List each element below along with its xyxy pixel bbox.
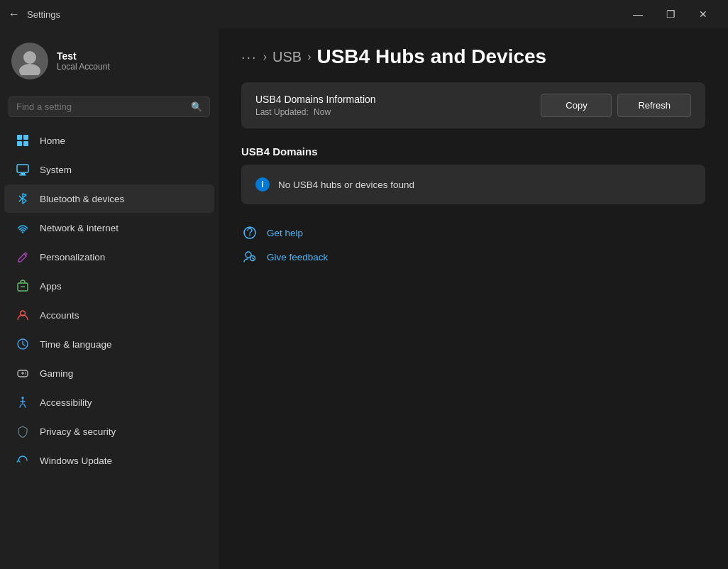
window-controls: — ❐ ✕ <box>622 3 719 26</box>
sidebar-item-accounts[interactable]: Accounts <box>4 301 214 329</box>
titlebar: ← Settings — ❐ ✕ <box>0 0 728 28</box>
user-info: Test Local Account <box>57 50 110 72</box>
copy-button[interactable]: Copy <box>541 94 612 117</box>
sidebar-item-windows-update-label: Windows Update <box>40 455 112 466</box>
sidebar-item-network[interactable]: Network & internet <box>4 214 214 242</box>
help-links: Get help Give feedback <box>241 224 705 265</box>
svg-rect-3 <box>23 135 28 140</box>
avatar <box>11 43 48 79</box>
close-button[interactable]: ✕ <box>687 3 719 26</box>
last-updated-value: Now <box>314 107 331 117</box>
usb-domains-title: USB4 Domains <box>241 145 705 158</box>
get-help-icon <box>241 224 258 241</box>
svg-rect-5 <box>23 141 28 146</box>
accounts-icon <box>16 308 30 322</box>
search-input[interactable] <box>16 101 185 112</box>
svg-point-9 <box>22 231 23 233</box>
get-help-link[interactable]: Get help <box>241 224 705 241</box>
sidebar-item-home-label: Home <box>40 136 65 146</box>
sidebar: Test Local Account 🔍 <box>0 28 219 569</box>
sidebar-item-privacy[interactable]: Privacy & security <box>4 417 214 446</box>
privacy-icon <box>16 424 30 438</box>
sidebar-item-time-label: Time & language <box>40 339 112 350</box>
sidebar-item-apps[interactable]: Apps <box>4 272 214 300</box>
sidebar-item-apps-label: Apps <box>40 281 62 292</box>
gaming-icon <box>16 366 30 380</box>
apps-icon <box>16 279 30 293</box>
usb-empty-message: No USB4 hubs or devices found <box>278 179 414 190</box>
sidebar-item-gaming-label: Gaming <box>40 368 73 379</box>
network-icon <box>16 221 30 235</box>
search-box[interactable]: 🔍 <box>9 96 210 117</box>
get-help-label: Get help <box>267 228 303 238</box>
svg-point-19 <box>21 397 24 399</box>
home-icon <box>16 133 30 148</box>
user-name: Test <box>57 50 110 62</box>
breadcrumb-sep-2: › <box>307 50 311 63</box>
last-updated-label: Last Updated: <box>255 107 309 117</box>
sidebar-item-bluetooth-label: Bluetooth & devices <box>40 194 124 204</box>
sidebar-item-system-label: System <box>40 165 72 175</box>
sidebar-item-bluetooth[interactable]: Bluetooth & devices <box>4 184 214 213</box>
sidebar-item-personalization-label: Personalization <box>40 252 105 263</box>
sidebar-item-windows-update[interactable]: Windows Update <box>4 446 214 475</box>
accessibility-icon <box>16 395 30 409</box>
breadcrumb: ··· › USB › USB4 Hubs and Devices <box>241 45 705 68</box>
nav-list: Home System <box>0 126 219 475</box>
give-feedback-icon <box>241 248 258 265</box>
svg-rect-7 <box>21 173 25 175</box>
search-icon: 🔍 <box>191 101 202 112</box>
back-button[interactable]: ← <box>9 8 20 21</box>
info-card: USB4 Domains Information Last Updated: N… <box>241 82 705 128</box>
svg-rect-4 <box>17 141 22 146</box>
content-area: ··· › USB › USB4 Hubs and Devices USB4 D… <box>219 28 728 569</box>
breadcrumb-usb[interactable]: USB <box>272 49 302 65</box>
svg-point-1 <box>19 64 40 75</box>
user-account-type: Local Account <box>57 62 110 72</box>
info-card-title: USB4 Domains Information <box>255 94 376 105</box>
sidebar-item-accessibility[interactable]: Accessibility <box>4 388 214 416</box>
minimize-button[interactable]: — <box>622 3 654 26</box>
give-feedback-label: Give feedback <box>267 252 328 263</box>
search-container: 🔍 <box>0 94 219 126</box>
sidebar-item-gaming[interactable]: Gaming <box>4 359 214 387</box>
breadcrumb-dots[interactable]: ··· <box>241 49 258 65</box>
bluetooth-icon <box>16 192 30 206</box>
time-icon <box>16 337 30 351</box>
sidebar-item-network-label: Network & internet <box>40 223 118 233</box>
sidebar-item-home[interactable]: Home <box>4 126 214 155</box>
app-container: Test Local Account 🔍 <box>0 28 728 569</box>
svg-rect-6 <box>17 165 28 172</box>
svg-point-0 <box>23 51 36 64</box>
give-feedback-link[interactable]: Give feedback <box>241 248 705 265</box>
usb-domains-box: i No USB4 hubs or devices found <box>241 165 705 204</box>
breadcrumb-sep-1: › <box>263 50 267 63</box>
sidebar-item-accounts-label: Accounts <box>40 310 79 321</box>
info-card-text: USB4 Domains Information Last Updated: N… <box>255 94 376 117</box>
user-profile[interactable]: Test Local Account <box>0 34 219 94</box>
sidebar-item-accessibility-label: Accessibility <box>40 397 92 408</box>
svg-rect-8 <box>19 175 26 176</box>
system-icon <box>16 162 30 177</box>
info-card-buttons: Copy Refresh <box>541 94 691 117</box>
sidebar-item-personalization[interactable]: Personalization <box>4 243 214 271</box>
maximize-button[interactable]: ❐ <box>654 3 687 26</box>
svg-rect-2 <box>17 135 22 140</box>
personalization-icon <box>16 250 30 264</box>
sidebar-item-privacy-label: Privacy & security <box>40 426 116 437</box>
breadcrumb-current: USB4 Hubs and Devices <box>316 45 546 68</box>
windows-update-icon <box>16 453 30 468</box>
window-title: Settings <box>27 9 622 20</box>
svg-point-18 <box>25 373 26 375</box>
sidebar-item-time[interactable]: Time & language <box>4 330 214 358</box>
svg-point-17 <box>25 372 26 373</box>
refresh-button[interactable]: Refresh <box>617 94 691 117</box>
info-circle-icon: i <box>255 177 270 192</box>
info-card-subtitle: Last Updated: Now <box>255 107 376 117</box>
sidebar-item-system[interactable]: System <box>4 155 214 184</box>
